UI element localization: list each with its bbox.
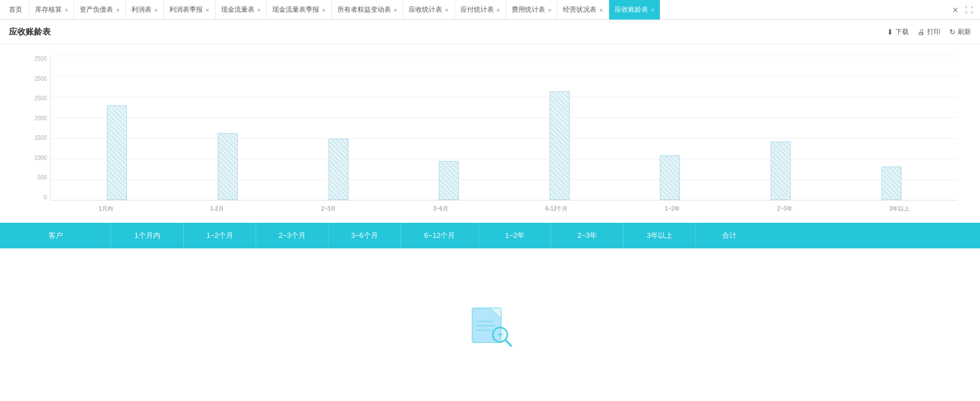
y-label-1000: 1000	[35, 155, 47, 161]
chart-container: 2500 2500 2500 2000 1500 1000 500 0	[22, 56, 958, 217]
print-label: 打印	[927, 27, 940, 37]
col-6-12m: 6~12个月	[401, 223, 479, 248]
close-icon[interactable]: ×	[322, 7, 325, 13]
download-label: 下载	[895, 27, 909, 37]
tab-expense-label: 费用统计表	[512, 5, 545, 14]
tab-equity[interactable]: 所有者权益变动表 ×	[332, 0, 403, 20]
tab-balance-label: 资产负债表	[80, 5, 113, 14]
bar-6-12m	[550, 91, 570, 200]
chart-area: 2500 2500 2500 2000 1500 1000 500 0	[0, 45, 980, 223]
tab-cashflow[interactable]: 现金流量表 ×	[215, 0, 267, 20]
y-label-500: 500	[37, 174, 47, 180]
download-icon: ⬇	[887, 28, 893, 36]
col-3y: 3年以上	[624, 223, 696, 248]
tab-ap-stat[interactable]: 应付统计表 ×	[455, 0, 506, 20]
download-button[interactable]: ⬇ 下载	[887, 27, 909, 37]
tab-home-label: 首页	[9, 5, 22, 14]
tab-inventory[interactable]: 库存核算 ×	[30, 0, 74, 20]
tab-operation[interactable]: 经营状况表 ×	[557, 0, 609, 20]
tab-profit-q[interactable]: 利润表季报 ×	[164, 0, 215, 20]
close-icon[interactable]: ×	[257, 7, 261, 13]
x-label-1-2y: 1~2年	[665, 205, 680, 213]
page-title: 应收账龄表	[9, 27, 51, 37]
tab-bar: 首页 库存核算 × 资产负债表 × 利润表 × 利润表季报 × 现金流量表 × …	[0, 0, 980, 20]
tab-ap-stat-label: 应付统计表	[460, 5, 494, 14]
x-label-2-3y: 2~3年	[777, 205, 792, 213]
col-customer: 客户	[0, 223, 111, 248]
refresh-icon: ↻	[949, 28, 955, 36]
bar-1-2y	[660, 155, 680, 200]
bar-group-3y	[881, 167, 901, 200]
refresh-button[interactable]: ↻ 刷新	[949, 27, 971, 37]
tab-profit-label: 利润表	[131, 5, 151, 14]
close-window-button[interactable]: ✕	[951, 6, 960, 14]
x-label-2-3m: 2~3月	[321, 205, 336, 213]
bar-group-2-3m	[329, 139, 349, 200]
tab-ar-stat-label: 应收统计表	[409, 5, 442, 14]
close-icon[interactable]: ×	[394, 7, 397, 13]
print-button[interactable]: 🖨 打印	[918, 27, 940, 37]
col-1m: 1个月内	[111, 223, 184, 248]
svg-line-7	[505, 340, 511, 346]
bar-group-3-6m	[439, 161, 459, 200]
main-content: 2500 2500 2500 2000 1500 1000 500 0	[0, 45, 980, 401]
y-axis: 2500 2500 2500 2000 1500 1000 500 0	[22, 56, 50, 200]
bar-group-2-3y	[771, 141, 791, 200]
x-label-6-12m: 6-12个月	[545, 205, 567, 213]
bar-group-6-12m	[550, 91, 570, 200]
tab-home[interactable]: 首页	[2, 0, 30, 20]
x-label-1m: 1月内	[99, 205, 113, 213]
tab-cashflow-label: 现金流量表	[221, 5, 254, 14]
close-icon[interactable]: ×	[548, 7, 551, 13]
y-label-2500c: 2500	[35, 95, 47, 101]
tab-cashflow-q-label: 现金流量表季报	[272, 5, 319, 14]
bar-3-6m	[439, 161, 459, 200]
tab-expense[interactable]: 费用统计表 ×	[506, 0, 557, 20]
y-label-2000: 2000	[35, 115, 47, 121]
page-header: 应收账龄表 ⬇ 下载 🖨 打印 ↻ 刷新	[0, 20, 980, 45]
close-icon[interactable]: ×	[651, 7, 654, 13]
close-icon[interactable]: ×	[205, 7, 209, 13]
close-icon[interactable]: ×	[154, 7, 158, 13]
tab-equity-label: 所有者权益变动表	[337, 5, 391, 14]
print-icon: 🖨	[918, 28, 925, 36]
window-controls: ✕ ⛶	[951, 6, 978, 14]
x-label-1-2m: 1-2月	[210, 205, 223, 213]
chart-inner	[50, 56, 958, 200]
tab-profit[interactable]: 利润表 ×	[126, 0, 164, 20]
close-icon[interactable]: ×	[497, 7, 500, 13]
tab-operation-label: 经营状况表	[563, 5, 596, 14]
empty-state	[0, 248, 980, 401]
x-label-3-6m: 3~6月	[433, 205, 448, 213]
tab-balance[interactable]: 资产负债表 ×	[74, 0, 125, 20]
col-total: 合计	[696, 223, 763, 248]
col-1-2m: 1~2个月	[184, 223, 256, 248]
close-icon[interactable]: ×	[445, 7, 448, 13]
bar-group-1-2y	[660, 155, 680, 200]
bar-2-3m	[329, 139, 349, 200]
table-header-row: 客户 1个月内 1~2个月 2~3个月 3~6个月 6~12个月 1~2年 2~…	[0, 223, 980, 248]
empty-illustration	[462, 297, 518, 353]
col-1-2y: 1~2年	[479, 223, 551, 248]
col-2-3y: 2~3年	[551, 223, 624, 248]
y-label-2500a: 2500	[35, 56, 47, 62]
tab-cashflow-q[interactable]: 现金流量表季报 ×	[267, 0, 331, 20]
x-label-3y: 3年以上	[889, 205, 909, 213]
close-icon[interactable]: ×	[65, 7, 68, 13]
maximize-button[interactable]: ⛶	[964, 6, 973, 14]
close-icon[interactable]: ×	[116, 7, 119, 13]
bar-group-1m	[107, 105, 127, 200]
y-label-1500: 1500	[35, 135, 47, 141]
refresh-label: 刷新	[958, 27, 971, 37]
tab-ar-aging-label: 应收账龄表	[615, 5, 648, 14]
bar-group-1-2m	[218, 133, 238, 200]
bar-3y	[881, 167, 901, 200]
col-2-3m: 2~3个月	[256, 223, 329, 248]
bar-2-3y	[771, 141, 791, 200]
empty-svg-icon	[462, 297, 518, 353]
tab-ar-aging[interactable]: 应收账龄表 ×	[609, 0, 660, 20]
close-icon[interactable]: ×	[599, 7, 602, 13]
tab-profit-q-label: 利润表季报	[169, 5, 203, 14]
tab-ar-stat[interactable]: 应收统计表 ×	[403, 0, 454, 20]
x-axis: 1月内 1-2月 2~3月 3~6月 6-12个月 1~2年 2~3年 3年以上	[50, 200, 958, 217]
